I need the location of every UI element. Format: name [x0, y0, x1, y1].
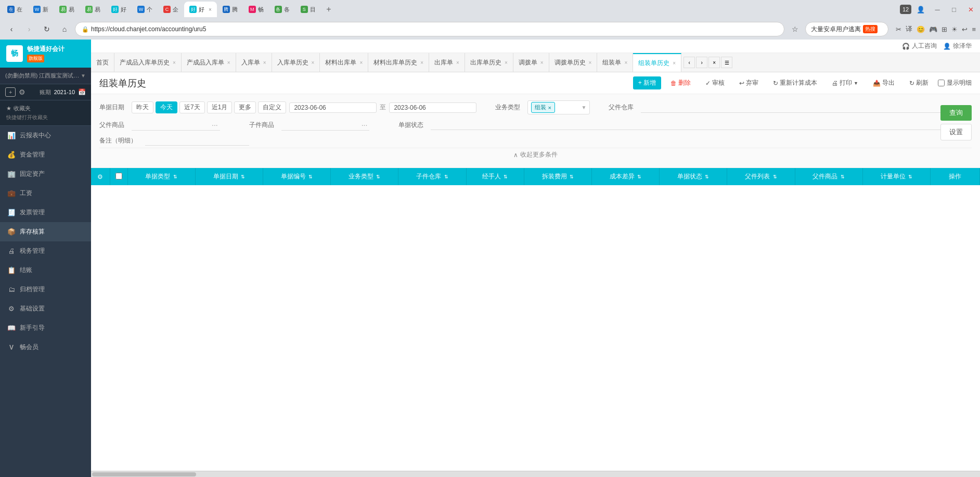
bookmark-icon[interactable]: ☆	[788, 22, 802, 36]
scroll-thumb[interactable]	[92, 472, 196, 476]
game-icon[interactable]: 🎮	[929, 25, 937, 33]
new-icon-btn[interactable]: +	[5, 87, 16, 97]
th-checkbox[interactable]	[110, 168, 127, 185]
date-to-input[interactable]	[389, 102, 476, 113]
nav-tab-assemble[interactable]: 调拨单 ×	[513, 53, 549, 72]
out-history-close[interactable]: ×	[505, 60, 508, 66]
parent-warehouse-input-area[interactable]: ···	[641, 102, 972, 113]
th-cost-diff[interactable]: 成本差异 ⇅	[591, 168, 659, 185]
parent-goods-more[interactable]: ···	[212, 121, 218, 129]
tab-8-close[interactable]: ×	[209, 7, 212, 12]
new-tab-button[interactable]: +	[321, 2, 336, 17]
tab-6[interactable]: W 个	[132, 2, 158, 17]
th-type[interactable]: 单据类型 ⇅	[127, 168, 195, 185]
show-detail-checkbox-area[interactable]: 显示明细	[938, 79, 972, 87]
profile-icon[interactable]: 👤	[913, 2, 928, 17]
biz-type-select-area[interactable]: 组装 × ▼	[527, 100, 590, 114]
company-selector[interactable]: (勿删勿禁用) 江西服宝测试专用 ▼	[0, 68, 91, 84]
favorites-sub[interactable]: 快捷键打开收藏夹	[6, 114, 85, 121]
th-parent-list[interactable]: 父件列表 ⇅	[727, 168, 795, 185]
out-order-close[interactable]: ×	[456, 60, 459, 66]
sidebar-item-assets[interactable]: 🏢 固定资产	[0, 164, 91, 184]
status-input-area[interactable]: ▼	[431, 120, 972, 130]
more-btn[interactable]: 更多	[234, 101, 256, 113]
th-handler[interactable]: 经手人 ⇅	[466, 168, 524, 185]
settings-icon-btn[interactable]: ⚙	[19, 88, 25, 96]
parent-goods-input-area[interactable]: ···	[132, 120, 220, 131]
th-disassemble-fee[interactable]: 拆装费用 ⇅	[524, 168, 591, 185]
tab-3[interactable]: 易 易	[54, 2, 80, 17]
biz-type-dropdown[interactable]: ▼	[581, 105, 586, 110]
tab-9[interactable]: 腾 腾	[217, 2, 243, 17]
tab-8-active[interactable]: 好 好 ×	[184, 2, 217, 17]
refresh-button[interactable]: ↻ 刷新	[904, 76, 934, 89]
nav-tab-prod-in-history[interactable]: 产成品入库单历史 ×	[114, 53, 182, 72]
nav-tab-mat-out-history[interactable]: 材料出库单历史 ×	[368, 53, 429, 72]
nav-tab-home[interactable]: 首页	[91, 53, 114, 72]
sidebar-item-inventory[interactable]: 📦 库存核算	[0, 222, 91, 241]
settings-gear-icon[interactable]: ⚙	[97, 173, 103, 181]
print-button[interactable]: 🖨 打印 ▼	[827, 76, 863, 89]
sidebar-item-funds[interactable]: 💰 资金管理	[0, 145, 91, 164]
back-button[interactable]: ‹	[4, 22, 19, 36]
sidebar-item-member[interactable]: V 畅会员	[0, 338, 91, 357]
7days-btn[interactable]: 近7天	[179, 101, 205, 113]
export-button[interactable]: 📤 导出	[868, 76, 900, 89]
brightness-icon[interactable]: ☀	[951, 25, 958, 33]
tab-close-all[interactable]: ×	[708, 57, 720, 68]
kitting-close[interactable]: ×	[624, 60, 627, 66]
sidebar-item-payroll[interactable]: 💼 工资	[0, 184, 91, 203]
delete-button[interactable]: 🗑 删除	[665, 76, 696, 89]
tab-scroll-left[interactable]: ‹	[684, 57, 695, 68]
collapse-btn[interactable]: ∧ 收起更多条件	[99, 148, 972, 161]
sidebar-item-guide[interactable]: 📖 新手引导	[0, 318, 91, 338]
calendar-icon[interactable]: 📅	[78, 88, 86, 96]
nav-tab-out-order[interactable]: 出库单 ×	[429, 53, 465, 72]
tab-2[interactable]: W 新	[28, 2, 54, 17]
tab-4[interactable]: 易 易	[80, 2, 106, 17]
th-date[interactable]: 单据日期 ⇅	[195, 168, 263, 185]
nav-tab-mat-out[interactable]: 材料出库单 ×	[320, 53, 368, 72]
sidebar-item-settlement[interactable]: 📋 结账	[0, 261, 91, 280]
sidebar-item-settings[interactable]: ⚙ 基础设置	[0, 299, 91, 318]
remarks-input[interactable]	[147, 137, 247, 144]
child-goods-more[interactable]: ···	[362, 121, 368, 129]
scissors-icon[interactable]: ✂	[896, 25, 901, 33]
sidebar-item-archive[interactable]: 🗂 归档管理	[0, 280, 91, 299]
tab-12[interactable]: S 目	[295, 2, 321, 17]
tab-11[interactable]: 各 各	[269, 2, 295, 17]
th-unit[interactable]: 计量单位 ⇅	[862, 168, 930, 185]
reload-button[interactable]: ↻	[40, 22, 54, 36]
th-parent-goods[interactable]: 父件商品 ⇅	[795, 168, 862, 185]
sidebar-item-reports[interactable]: 📊 云报表中心	[0, 126, 91, 145]
mat-out-close[interactable]: ×	[359, 60, 363, 66]
remarks-input-area[interactable]	[145, 136, 249, 146]
nav-tab-kitting[interactable]: 组装单 ×	[597, 53, 633, 72]
new-button[interactable]: + 新增	[633, 76, 661, 89]
th-number[interactable]: 单据编号 ⇅	[263, 168, 330, 185]
assemble-history-close[interactable]: ×	[589, 60, 592, 66]
recalculate-button[interactable]: ↻ 重新计算成本	[768, 76, 822, 89]
biz-type-tag-close[interactable]: ×	[548, 105, 551, 111]
forward-button[interactable]: ›	[22, 22, 36, 36]
undo-icon[interactable]: ↩	[962, 25, 968, 33]
search-box[interactable]: 大量安卓用户逃离 热搜	[805, 22, 888, 36]
in-history-close[interactable]: ×	[312, 60, 315, 66]
tab-7[interactable]: C 企	[158, 2, 184, 17]
assemble-close[interactable]: ×	[540, 60, 544, 66]
translate-icon[interactable]: 译	[906, 24, 912, 34]
show-detail-checkbox[interactable]	[938, 80, 945, 86]
tab-scroll-right[interactable]: ›	[696, 57, 707, 68]
tab-menu[interactable]: ☰	[721, 57, 732, 68]
1month-btn[interactable]: 近1月	[207, 101, 233, 113]
tab-5[interactable]: 好 好	[106, 2, 132, 17]
user-menu[interactable]: 👤 徐泽华	[943, 42, 972, 50]
abandon-button[interactable]: ↩ 弃审	[734, 76, 764, 89]
nav-tab-in-order[interactable]: 入库单 ×	[236, 53, 272, 72]
settings-button[interactable]: 设置	[940, 124, 972, 140]
select-all-checkbox[interactable]	[115, 173, 122, 179]
yesterday-btn[interactable]: 昨天	[132, 101, 153, 113]
menu-icon[interactable]: ≡	[972, 25, 976, 33]
parent-goods-input[interactable]	[134, 121, 212, 128]
parent-warehouse-input[interactable]	[643, 104, 963, 111]
